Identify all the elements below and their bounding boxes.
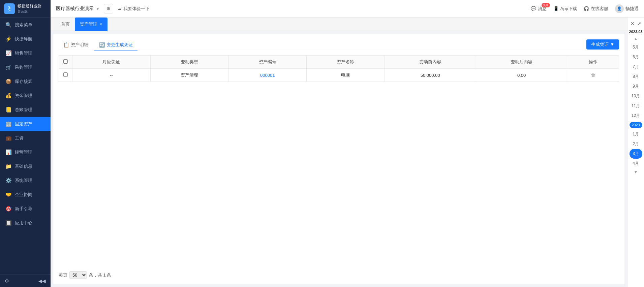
sidebar-item-sales[interactable]: 📈 销售管理 xyxy=(0,46,51,60)
right-panel: ✕ ⤢ 2023.03 ▲ 5月 6月 7月 8月 9月 10月 11月 12月… xyxy=(627,18,644,287)
chevron-down-icon: ▼ xyxy=(96,6,100,11)
sidebar-item-label: 基础信息 xyxy=(15,163,32,169)
fixed-assets-icon: 🏢 xyxy=(5,121,11,127)
topbar-right: 💬 消息 99+ 📱 App下载 🎧 在线客服 👤 畅捷通 xyxy=(531,4,639,13)
sub-tabs: 📋 资产明细 🔄 变更生成凭证 生成凭证 ▼ xyxy=(59,39,619,51)
collapse-icon[interactable]: ◀◀ xyxy=(38,278,46,284)
quick-nav-icon: ⚡ xyxy=(5,36,11,42)
logo-icon: AtA xyxy=(4,3,15,14)
sub-tab-change-voucher[interactable]: 🔄 变更生成凭证 xyxy=(94,39,137,51)
sidebar-item-fixed-assets[interactable]: 🏢 固定资产 xyxy=(0,117,51,131)
month-2[interactable]: 2月 xyxy=(630,139,642,149)
finance-icon: 💰 xyxy=(5,93,11,99)
sales-icon: 📈 xyxy=(5,50,11,56)
delete-button[interactable]: 🗑 xyxy=(591,72,595,78)
tab-home[interactable]: 首页 xyxy=(56,18,75,31)
row-before: 50,000.00 xyxy=(385,69,476,82)
message-button[interactable]: 💬 消息 99+ xyxy=(531,6,547,12)
right-panel-header: ✕ ⤢ xyxy=(627,18,644,28)
topbar-gear-button[interactable]: ⚙ xyxy=(104,4,113,13)
settings-icon[interactable]: ⚙ xyxy=(5,278,9,284)
sidebar-item-label: 工资 xyxy=(15,135,24,141)
sidebar-item-label: 资金管理 xyxy=(15,93,32,99)
month-7[interactable]: 7月 xyxy=(630,62,642,72)
logo-sub: 普及版 xyxy=(18,9,42,14)
month-9[interactable]: 9月 xyxy=(630,82,642,91)
sidebar-item-app-center[interactable]: 🔲 应用中心 xyxy=(0,216,51,230)
pagination: 每页 10 20 50 100 条，共 1 条 xyxy=(59,267,619,279)
month-4[interactable]: 4月 xyxy=(630,159,642,168)
app-center-icon: 🔲 xyxy=(5,220,11,226)
month-3[interactable]: 3月 xyxy=(630,149,642,159)
main-wrapper: 医疗器械行业演示 ▼ ⚙ ☁ 我要体验一下 💬 消息 99+ 📱 App下载 🎧… xyxy=(51,0,644,287)
col-asset-no: 资产编号 xyxy=(228,56,307,69)
month-8[interactable]: 8月 xyxy=(630,72,642,82)
month-6[interactable]: 6月 xyxy=(630,52,642,62)
sidebar-item-label: 应用中心 xyxy=(15,220,32,226)
month-10[interactable]: 10月 xyxy=(630,91,642,101)
asset-detail-icon: 📋 xyxy=(63,42,69,47)
online-service-button[interactable]: 🎧 在线客服 xyxy=(584,6,608,12)
month-1[interactable]: 1月 xyxy=(630,129,642,139)
months-scroll-down[interactable]: ▼ xyxy=(633,168,639,176)
month-11[interactable]: 11月 xyxy=(630,101,642,111)
purchase-icon: 🛒 xyxy=(5,64,11,70)
month-12[interactable]: 12月 xyxy=(630,111,642,121)
sidebar-item-enterprise[interactable]: 🤝 企业协同 xyxy=(0,188,51,202)
sidebar-item-finance[interactable]: 💰 资金管理 xyxy=(0,89,51,103)
months-scroll-up[interactable]: ▲ xyxy=(633,35,639,42)
panel-year-label: 2023.03 xyxy=(627,28,644,35)
sidebar-item-operations[interactable]: 📊 经营管理 xyxy=(0,145,51,159)
message-badge: 99+ xyxy=(542,3,550,7)
experience-button[interactable]: ☁ 我要体验一下 xyxy=(117,6,150,12)
select-all-checkbox[interactable] xyxy=(63,59,68,64)
sidebar: AtA 畅捷通好业财 普及版 🔍 搜索菜单 ⚡ 快捷导航 📈 销售管理 🛒 采购… xyxy=(0,0,51,287)
guide-icon: 🎯 xyxy=(5,206,11,212)
panel-months: ▲ 5月 6月 7月 8月 9月 10月 11月 12月 2023 1月 2月 … xyxy=(627,35,644,287)
tab-asset-mgmt[interactable]: 资产管理 ✕ xyxy=(75,18,108,31)
generate-voucher-button[interactable]: 生成凭证 ▼ xyxy=(586,39,619,50)
basic-info-icon: 📁 xyxy=(5,163,11,169)
sidebar-item-label: 系统管理 xyxy=(15,178,32,184)
month-5[interactable]: 5月 xyxy=(630,42,642,52)
row-change-type: 资产清理 xyxy=(150,69,228,82)
sidebar-item-search[interactable]: 🔍 搜索菜单 xyxy=(0,18,51,32)
sidebar-item-label: 销售管理 xyxy=(15,50,32,56)
enterprise-icon: 🤝 xyxy=(5,192,11,198)
sidebar-item-label: 搜索菜单 xyxy=(15,22,32,28)
logo-text: 畅捷通好业财 xyxy=(18,4,42,9)
select-all-header[interactable] xyxy=(59,56,72,69)
sidebar-item-purchase[interactable]: 🛒 采购管理 xyxy=(0,60,51,74)
row-asset-no: 000001 xyxy=(228,69,307,82)
sub-tab-asset-detail[interactable]: 📋 资产明细 xyxy=(59,39,93,51)
sidebar-item-label: 采购管理 xyxy=(15,64,32,70)
panel-expand-button[interactable]: ⤢ xyxy=(637,20,642,27)
user-profile[interactable]: 👤 畅捷通 xyxy=(615,4,639,13)
row-asset-name: 电脑 xyxy=(307,69,385,82)
sidebar-item-label: 经营管理 xyxy=(15,149,32,155)
tab-close-icon[interactable]: ✕ xyxy=(99,22,102,27)
change-voucher-icon: 🔄 xyxy=(99,42,105,47)
message-icon: 💬 xyxy=(531,6,536,11)
sidebar-item-label: 总账管理 xyxy=(15,107,32,113)
sidebar-item-label: 固定资产 xyxy=(15,121,32,127)
year-badge: 2023 xyxy=(630,122,642,128)
sidebar-item-basic-info[interactable]: 📁 基础信息 xyxy=(0,159,51,173)
sidebar-item-sys-mgmt[interactable]: ⚙️ 系统管理 xyxy=(0,173,51,188)
sidebar-item-ledger[interactable]: 📒 总账管理 xyxy=(0,103,51,117)
row-voucher: -- xyxy=(72,69,151,82)
sidebar-item-quick-nav[interactable]: ⚡ 快捷导航 xyxy=(0,32,51,46)
per-page-select[interactable]: 10 20 50 100 xyxy=(69,271,87,279)
app-download-icon: 📱 xyxy=(553,6,559,11)
table-container: 对应凭证 变动类型 资产编号 资产名称 变动前内容 变动后内容 操作 xyxy=(59,55,619,267)
sidebar-item-inventory[interactable]: 📦 库存核算 xyxy=(0,74,51,89)
inner-content: 📋 资产明细 🔄 变更生成凭证 生成凭证 ▼ xyxy=(53,34,624,284)
col-asset-name: 资产名称 xyxy=(307,56,385,69)
avatar: 👤 xyxy=(615,4,624,13)
sidebar-item-payroll[interactable]: 💼 工资 xyxy=(0,131,51,145)
row-checkbox[interactable] xyxy=(63,72,68,77)
panel-close-button[interactable]: ✕ xyxy=(630,20,635,27)
col-change-type: 变动类型 xyxy=(150,56,228,69)
sidebar-item-guide[interactable]: 🎯 新手引导 xyxy=(0,202,51,216)
app-download-button[interactable]: 📱 App下载 xyxy=(553,6,577,12)
